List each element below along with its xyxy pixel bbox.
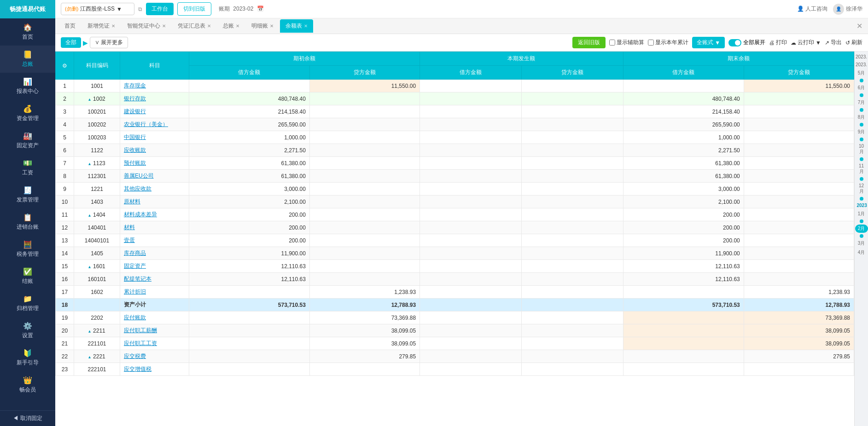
subject-link[interactable]: 固定资产: [124, 263, 146, 269]
subject-link[interactable]: 应付账款: [124, 314, 146, 321]
fullmode-button[interactable]: 全账式 ▼: [692, 37, 725, 48]
sidebar-item-archive[interactable]: 📁 归档管理: [0, 290, 55, 317]
account-subject[interactable]: 材料: [120, 221, 189, 234]
subject-link[interactable]: 材料: [124, 224, 135, 230]
filter-arrow-icon[interactable]: ▶: [83, 39, 88, 46]
subject-link[interactable]: 壹蛋: [124, 237, 135, 243]
table-row[interactable]: 11▴ 1404材料成本差异200.00200.00: [56, 208, 854, 221]
table-row[interactable]: 12140401材料200.00200.00: [56, 221, 854, 234]
sidebar-item-funds[interactable]: 💰 资金管理: [0, 100, 55, 127]
month-10[interactable]: 10月: [855, 143, 868, 156]
calendar-icon[interactable]: 📅: [257, 6, 264, 12]
account-subject[interactable]: 库存现金: [120, 80, 189, 92]
subject-link[interactable]: 累计折旧: [124, 288, 146, 295]
table-row[interactable]: 16160101配提笔记本12,110.6312,110.63: [56, 273, 854, 286]
collapse-sidebar-button[interactable]: ◀ 取消固定: [0, 410, 55, 426]
subject-link[interactable]: 善属EU公司: [124, 173, 154, 179]
sidebar-item-home[interactable]: 🏠 首页: [0, 18, 55, 46]
expand-icon[interactable]: ▴: [88, 97, 92, 102]
month-5[interactable]: 5月: [855, 69, 868, 77]
month-7[interactable]: 7月: [855, 98, 868, 107]
table-row[interactable]: 1314040101壹蛋200.00200.00: [56, 234, 854, 247]
subject-link[interactable]: 应交增值税: [124, 366, 151, 372]
account-subject[interactable]: 应付账款: [120, 311, 189, 324]
tab-home[interactable]: 首页: [59, 19, 81, 33]
subject-link[interactable]: 预付账款: [124, 160, 146, 166]
sidebar-item-invoice[interactable]: 🧾 发票管理: [0, 181, 55, 208]
account-subject[interactable]: 银行存款: [120, 92, 189, 105]
account-subject[interactable]: 善属EU公司: [120, 170, 189, 183]
account-subject[interactable]: 农业银行（美金）: [120, 118, 189, 131]
tab-close-icon[interactable]: ✕: [207, 23, 211, 29]
sidebar-item-ledger[interactable]: 📒 总账: [0, 46, 55, 73]
subject-link[interactable]: 应交税费: [124, 353, 146, 359]
subject-link[interactable]: 农业银行（美金）: [124, 121, 168, 127]
settings-header[interactable]: ⚙: [56, 52, 74, 80]
month-4[interactable]: 4月: [855, 248, 868, 257]
account-subject[interactable]: 应交税费: [120, 350, 189, 363]
print-button[interactable]: 🖨 打印: [769, 39, 787, 46]
expand-icon[interactable]: ▴: [88, 354, 92, 359]
account-subject[interactable]: 固定资产: [120, 260, 189, 273]
show-aux-checkbox[interactable]: 显示辅助算: [609, 39, 644, 46]
account-subject[interactable]: 应收账款: [120, 144, 189, 157]
account-subject[interactable]: 库存商品: [120, 247, 189, 260]
subject-link[interactable]: 应付职工工资: [124, 340, 157, 346]
tab-voucher-summary[interactable]: 凭证汇总表 ✕: [172, 19, 216, 33]
account-subject[interactable]: 资产小计: [120, 299, 189, 311]
subject-link[interactable]: 中国银行: [124, 134, 146, 140]
table-row[interactable]: 8112301善属EU公司61,380.0061,380.00: [56, 170, 854, 183]
month-8[interactable]: 8月: [855, 113, 868, 121]
subject-link[interactable]: 银行存款: [124, 95, 146, 102]
aux-checkbox-input[interactable]: [609, 40, 615, 46]
table-row[interactable]: 11001库存现金11,550.0011,550.00: [56, 80, 854, 92]
month-9[interactable]: 9月: [855, 128, 868, 136]
month-12[interactable]: 12月: [855, 182, 868, 196]
sidebar-item-guide[interactable]: 🔰 新手引导: [0, 344, 55, 371]
account-subject[interactable]: 壹蛋: [120, 234, 189, 247]
sidebar-item-salary[interactable]: 💵 工资: [0, 154, 55, 181]
account-subject[interactable]: 材料成本差异: [120, 208, 189, 221]
subject-link[interactable]: 建设银行: [124, 108, 146, 115]
account-subject[interactable]: 中国银行: [120, 131, 189, 144]
sidebar-item-assets[interactable]: 🏭 固定资产: [0, 127, 55, 154]
expand-icon[interactable]: ▴: [88, 161, 92, 166]
table-row[interactable]: 23222101应交增值税: [56, 363, 854, 376]
filter-all-button[interactable]: 全部: [61, 37, 81, 48]
subject-link[interactable]: 原材料: [124, 198, 140, 205]
account-subject[interactable]: 应付职工薪酬: [120, 324, 189, 337]
month-1[interactable]: 1月: [855, 210, 868, 218]
expand-icon[interactable]: ▴: [88, 213, 92, 218]
subject-link[interactable]: 材料成本差异: [124, 211, 157, 218]
tab-close-icon[interactable]: ✕: [111, 23, 115, 29]
table-row[interactable]: 141405库存商品11,900.0011,900.00: [56, 247, 854, 260]
sidebar-item-reports[interactable]: 📊 报表中心: [0, 73, 55, 100]
subject-link[interactable]: 应付职工薪酬: [124, 327, 157, 334]
sidebar-item-settle[interactable]: ✅ 结账: [0, 263, 55, 290]
month-3[interactable]: 3月: [855, 239, 868, 248]
account-subject[interactable]: 其他应收款: [120, 183, 189, 196]
user-avatar[interactable]: 👤 徐泽华: [833, 4, 862, 15]
tab-detail[interactable]: 明细账 ✕: [246, 19, 279, 33]
toggle-switch[interactable]: [728, 39, 741, 46]
company-selector[interactable]: (勿删) 江西股坐-LSS ▼: [61, 3, 134, 15]
table-row[interactable]: 21221101应付职工工资38,099.0538,099.05: [56, 337, 854, 350]
switch-version-button[interactable]: 切到旧版: [177, 2, 211, 16]
account-subject[interactable]: 建设银行: [120, 105, 189, 118]
table-row[interactable]: 18资产小计573,710.5312,788.93573,710.5312,78…: [56, 299, 854, 311]
sidebar-item-settings[interactable]: ⚙️ 设置: [0, 317, 55, 344]
settings-gear-icon[interactable]: ⚙: [62, 63, 67, 69]
table-row[interactable]: 171602累计折旧1,238.931,238.93: [56, 286, 854, 299]
close-all-button[interactable]: ✕: [855, 20, 864, 32]
expand-icon[interactable]: ▴: [88, 264, 92, 269]
subject-link[interactable]: 应收账款: [124, 147, 146, 153]
month-11[interactable]: 11月: [855, 162, 868, 176]
subject-link[interactable]: 库存现金: [124, 82, 146, 89]
copy-icon[interactable]: ⧉: [138, 6, 142, 12]
consult-link[interactable]: 👤 人工咨询: [797, 5, 827, 13]
table-row[interactable]: 101403原材料2,100.002,100.00: [56, 196, 854, 208]
tab-new-voucher[interactable]: 新增凭证 ✕: [82, 19, 121, 33]
account-subject[interactable]: 原材料: [120, 196, 189, 208]
table-row[interactable]: 7▴ 1123预付账款61,380.0061,380.00: [56, 157, 854, 170]
sidebar-item-tax[interactable]: 🧮 税务管理: [0, 236, 55, 263]
